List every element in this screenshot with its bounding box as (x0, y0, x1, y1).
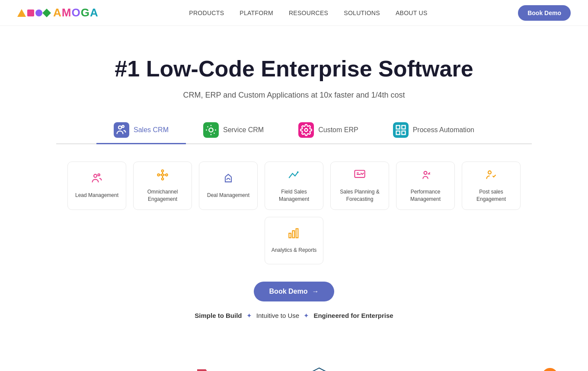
tab-custom-erp-label: Custom ERP (318, 126, 358, 134)
feature-field-sales[interactable]: Field Sales Management (265, 162, 323, 210)
tab-custom-erp-icon (298, 122, 314, 138)
logo-shapes (17, 9, 50, 17)
svg-marker-35 (304, 368, 334, 371)
tagline-part1: Simple to Build (195, 312, 242, 319)
logo-swiggy: SWIGGY (533, 367, 567, 371)
logo-diamond-shape (42, 9, 51, 17)
omnichannel-label: Omnichannel Engagement (138, 188, 187, 203)
logo-circle-shape (35, 10, 42, 16)
hero-heading: #1 Low-Code Enterprise Software (17, 56, 571, 82)
field-sales-label: Field Sales Management (269, 188, 319, 203)
tab-service-crm-icon (203, 122, 219, 138)
svg-point-0 (118, 126, 121, 129)
svg-point-12 (157, 174, 160, 176)
logo-text: AMOGA (53, 6, 99, 19)
navbar: AMOGA PRODUCTS PLATFORM RESOURCES SOLUTI… (0, 0, 588, 26)
omnichannel-icon (157, 169, 169, 184)
svg-point-1 (122, 125, 124, 127)
tab-sales-crm-label: Sales CRM (134, 126, 169, 134)
tab-sales-crm-icon (114, 122, 129, 138)
nav-resources[interactable]: RESOURCES (289, 10, 328, 16)
performance-management-icon (419, 169, 431, 184)
feature-deal-management[interactable]: Deal Management (199, 162, 258, 210)
tab-service-crm[interactable]: Service CRM (186, 117, 281, 144)
svg-point-3 (305, 128, 308, 131)
svg-point-11 (162, 174, 164, 176)
svg-rect-7 (402, 131, 405, 134)
hero-subheading: CRM, ERP and Custom Applications at 10x … (17, 91, 571, 100)
tagline-part3: Engineered for Enterprise (313, 312, 393, 319)
cta-section: Book Demo → (17, 282, 571, 301)
svg-point-45 (542, 368, 558, 371)
lead-management-label: Lead Management (75, 192, 118, 199)
svg-point-8 (94, 174, 97, 178)
tagline-part2: Intuitive to Use (256, 312, 299, 319)
svg-rect-24 (293, 231, 295, 238)
deal-management-icon (222, 172, 234, 187)
feature-lead-management[interactable]: Lead Management (67, 162, 126, 210)
tagline-star1: ✦ (246, 312, 252, 319)
svg-rect-5 (402, 125, 405, 129)
tagline-star2: ✦ (304, 312, 309, 319)
svg-rect-23 (289, 233, 291, 238)
nav-about-us[interactable]: ABOUT US (396, 10, 428, 16)
deal-management-label: Deal Management (207, 192, 249, 199)
main-book-demo-button[interactable]: Book Demo → (254, 282, 335, 301)
post-sales-label: Post sales Engagement (467, 188, 516, 203)
tab-process-automation-icon (393, 122, 409, 138)
performance-management-label: Performance Management (401, 188, 450, 203)
sales-planning-label: Sales Planning & Forecasting (335, 188, 384, 203)
product-tabs: Sales CRM Service CRM Custom ERP (56, 117, 532, 144)
feature-omnichannel[interactable]: Omnichannel Engagement (133, 162, 192, 210)
logo-nova: NOVA IVF Fertility (193, 367, 227, 371)
svg-point-2 (209, 128, 213, 132)
svg-rect-6 (396, 131, 399, 134)
feature-analytics[interactable]: Analytics & Reports (265, 217, 323, 264)
nav-solutions[interactable]: SOLUTIONS (344, 10, 380, 16)
nav-platform[interactable]: PLATFORM (240, 10, 273, 16)
svg-point-15 (162, 178, 164, 180)
svg-point-21 (424, 171, 427, 174)
tab-process-automation[interactable]: Process Automation (376, 117, 492, 144)
book-demo-label: Book Demo (269, 288, 308, 295)
tab-custom-erp[interactable]: Custom ERP (281, 117, 375, 144)
tagline: Simple to Build ✦ Intuitive to Use ✦ Eng… (17, 312, 571, 320)
nav-book-demo-button[interactable]: Book Demo (518, 5, 571, 21)
tab-process-automation-label: Process Automation (413, 126, 474, 134)
analytics-icon (288, 227, 300, 242)
field-sales-icon (288, 169, 300, 184)
feature-post-sales[interactable]: Post sales Engagement (462, 162, 521, 210)
lead-management-icon (91, 172, 103, 187)
nav-links: PRODUCTS PLATFORM RESOURCES SOLUTIONS AB… (189, 9, 427, 17)
svg-rect-25 (296, 229, 298, 238)
svg-point-9 (98, 174, 100, 176)
svg-rect-4 (396, 125, 399, 129)
logo: AMOGA (17, 6, 99, 19)
nav-products[interactable]: PRODUCTS (189, 10, 224, 16)
logo-ace: ACE INSURANCE BROKERS (302, 367, 336, 371)
svg-point-14 (162, 170, 164, 172)
arrow-icon: → (312, 288, 319, 295)
logo-square-shape (27, 10, 34, 16)
logo-triangle-shape (17, 9, 26, 17)
tab-sales-crm[interactable]: Sales CRM (96, 117, 186, 144)
logo-creditaccess: CreditAccess Grameen (75, 369, 123, 371)
feature-performance-management[interactable]: Performance Management (396, 162, 455, 210)
hero-section: #1 Low-Code Enterprise Software CRM, ERP… (0, 26, 588, 354)
svg-point-22 (488, 171, 491, 174)
feature-cards: Lead Management Omnichannel Engagement (35, 162, 553, 265)
sales-planning-icon (354, 169, 366, 184)
analytics-label: Analytics & Reports (272, 247, 317, 254)
feature-sales-planning[interactable]: Sales Planning & Forecasting (330, 162, 389, 210)
svg-point-13 (166, 174, 168, 176)
post-sales-icon (485, 169, 497, 184)
client-logos: UqUIFA CreditAccess Grameen CREDABLE NOV… (0, 354, 588, 371)
tab-service-crm-label: Service CRM (223, 126, 264, 134)
